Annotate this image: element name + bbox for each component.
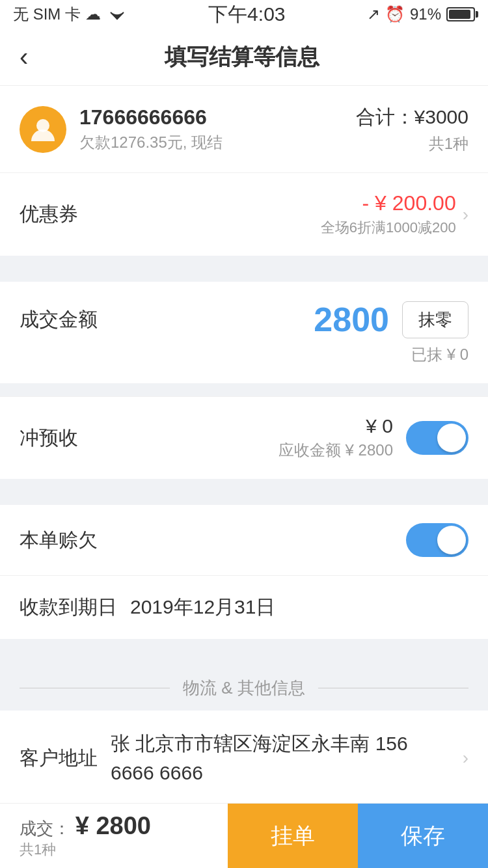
due-date-value: 2019年12月31日 xyxy=(130,594,275,621)
coupon-row[interactable]: 优惠券 - ¥ 200.00 全场6折满1000减200 › xyxy=(0,172,488,256)
save-button[interactable]: 保存 xyxy=(358,804,488,869)
coupon-arrow-icon: › xyxy=(463,204,468,225)
logistics-line-right xyxy=(318,688,468,688)
prepay-row: 冲预收 ¥ 0 应收金额 ¥ 2800 xyxy=(0,396,488,479)
status-left: 无 SIM 卡 ☁ xyxy=(13,4,127,25)
avatar-icon xyxy=(29,115,57,144)
prepay-sub: 应收金额 ¥ 2800 xyxy=(278,440,393,461)
status-bar: 无 SIM 卡 ☁ 下午4:03 ↗ ⏰ 91% xyxy=(0,0,488,29)
debt-label: 本单赊欠 xyxy=(20,527,406,554)
gray-separator-3 xyxy=(0,652,488,665)
due-date-label: 收款到期日 xyxy=(20,594,117,621)
debt-toggle-knob xyxy=(437,526,466,554)
prepay-label: 冲预收 xyxy=(20,425,278,452)
address-section: 客户地址 张 北京市市辖区海淀区永丰南 156 6666 6666 › xyxy=(0,711,488,806)
bottom-amount: ¥ 2800 xyxy=(75,812,151,839)
user-info-section: 17666666666 欠款1276.35元, 现结 合计：¥3000 共1种 … xyxy=(0,86,488,256)
location-icon: ↗ xyxy=(367,5,380,23)
bottom-bar: 成交： ¥ 2800 共1种 挂单 保存 xyxy=(0,803,488,868)
address-value: 张 北京市市辖区海淀区永丰南 156 6666 6666 xyxy=(111,729,456,787)
prepay-amount: ¥ 0 xyxy=(278,415,393,437)
coupon-desc: 全场6折满1000减200 xyxy=(321,218,456,237)
user-phone: 17666666666 xyxy=(79,105,356,129)
debt-toggle[interactable] xyxy=(406,523,468,557)
bottom-summary: 成交： ¥ 2800 共1种 xyxy=(0,812,228,860)
alarm-icon: ⏰ xyxy=(385,5,405,23)
total-amount: 合计：¥3000 xyxy=(356,104,468,131)
toggle-knob xyxy=(437,424,466,452)
amount-row: 成交金额 2800 抹零 xyxy=(20,300,468,339)
user-info: 17666666666 欠款1276.35元, 现结 xyxy=(79,105,356,153)
coupon-label: 优惠券 xyxy=(20,201,321,228)
avatar xyxy=(20,106,66,153)
prepay-section: 冲预收 ¥ 0 应收金额 ¥ 2800 xyxy=(0,396,488,479)
prepay-toggle[interactable] xyxy=(406,421,468,455)
debt-row: 本单赊欠 xyxy=(0,505,488,575)
status-right: ↗ ⏰ 91% xyxy=(367,5,475,23)
amount-label: 成交金额 xyxy=(20,306,98,333)
user-sub: 欠款1276.35元, 现结 xyxy=(79,132,356,153)
amount-section: 成交金额 2800 抹零 已抹 ¥ 0 xyxy=(0,282,488,383)
coupon-discount: - ¥ 200.00 xyxy=(321,191,456,215)
amount-right: 2800 抹零 xyxy=(314,300,468,339)
logistics-separator: 物流 & 其他信息 xyxy=(0,665,488,711)
logistics-line-left xyxy=(20,688,170,688)
gray-separator-2 xyxy=(0,492,488,505)
gray-separator-1 xyxy=(0,269,488,282)
address-row[interactable]: 客户地址 张 北京市市辖区海淀区永丰南 156 6666 6666 › xyxy=(0,711,488,806)
user-row: 17666666666 欠款1276.35元, 现结 合计：¥3000 共1种 xyxy=(0,86,488,172)
bottom-deal-label: 成交： xyxy=(20,819,70,838)
nav-bar: ‹ 填写结算等信息 xyxy=(0,29,488,86)
amount-value: 2800 xyxy=(314,300,389,339)
total-count: 共1种 xyxy=(356,133,468,154)
prepay-right: ¥ 0 应收金额 ¥ 2800 xyxy=(278,415,393,461)
coupon-right-wrap: - ¥ 200.00 全场6折满1000减200 xyxy=(321,191,456,237)
battery-percent: 91% xyxy=(410,5,441,23)
round-button[interactable]: 抹零 xyxy=(402,301,468,338)
back-button[interactable]: ‹ xyxy=(20,36,41,78)
wifi-icon xyxy=(107,7,127,21)
address-label: 客户地址 xyxy=(20,745,98,772)
user-total: 合计：¥3000 共1种 xyxy=(356,104,468,154)
sim-label: 无 SIM 卡 ☁ xyxy=(13,4,101,25)
battery-icon xyxy=(446,7,475,21)
logistics-text: 物流 & 其他信息 xyxy=(170,677,318,699)
page-title: 填写结算等信息 xyxy=(41,42,442,72)
bottom-deal-row: 成交： ¥ 2800 xyxy=(20,812,208,840)
amount-sub: 已抹 ¥ 0 xyxy=(20,344,468,365)
debt-section: 本单赊欠 收款到期日 2019年12月31日 xyxy=(0,505,488,639)
address-arrow-icon: › xyxy=(463,748,468,768)
status-time: 下午4:03 xyxy=(208,1,285,28)
hang-button[interactable]: 挂单 xyxy=(228,804,358,869)
due-date-row: 收款到期日 2019年12月31日 xyxy=(0,575,488,639)
bottom-count: 共1种 xyxy=(20,840,208,860)
